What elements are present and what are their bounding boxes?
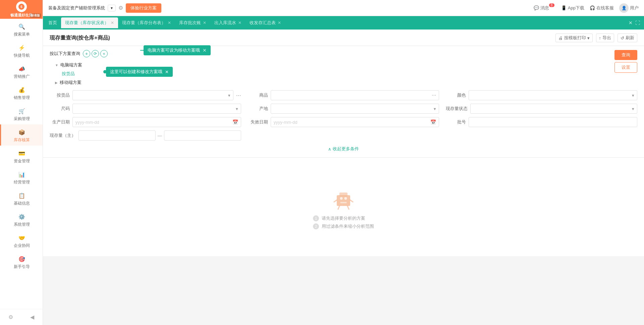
back-scheme-btn[interactable]: « bbox=[100, 50, 108, 57]
sidebar-item-purchase[interactable]: 🛒 采购管理 bbox=[0, 103, 43, 124]
batch-input[interactable] bbox=[469, 117, 637, 127]
export-label: 导出 bbox=[602, 35, 611, 41]
phone-icon: 📱 bbox=[561, 5, 567, 10]
sidebar-item-inventory[interactable]: 📦 库存核算 bbox=[0, 124, 43, 146]
message-item[interactable]: 💬 消息 8 bbox=[534, 5, 556, 11]
sidebar-item-quicknav[interactable]: ⚡ 快捷导航 bbox=[0, 40, 43, 61]
filter-size: 尺码 ▾ bbox=[50, 104, 241, 114]
scheme-desktop[interactable]: ▼ 电脑端方案 bbox=[55, 61, 82, 69]
sidebar-item-search[interactable]: 🔍 搜索菜单 bbox=[0, 19, 43, 40]
sidebar: 6 畅通通好生意 标准版 🔍 搜索菜单 ⚡ 快捷导航 📣 营销推广 💰 销售管理… bbox=[0, 0, 43, 325]
exp-date-input[interactable]: yyyy-mm-dd 📅 bbox=[271, 117, 439, 127]
stock-range-dash: — bbox=[158, 133, 162, 138]
sidebar-nav: 🔍 搜索菜单 ⚡ 快捷导航 📣 营销推广 💰 销售管理 🛒 采购管理 📦 库存核… bbox=[0, 19, 43, 309]
export-btn[interactable]: ↑ 导出 bbox=[596, 34, 614, 42]
search-btn[interactable]: 查询 bbox=[614, 50, 637, 60]
tab-inventory-dist[interactable]: 现存量（库存分布表） ✕ bbox=[118, 17, 175, 28]
tab-home[interactable]: 首页 bbox=[44, 17, 61, 28]
scheme-mobile[interactable]: ▶ 移动端方案 bbox=[55, 78, 82, 87]
close-tab-inventory-status[interactable]: ✕ bbox=[111, 20, 114, 25]
tab-receive-summary[interactable]: 收发存汇总表 ✕ bbox=[246, 17, 285, 28]
tooltip1-container: 电脑方案可设为移动方案哦 ✕ bbox=[140, 49, 146, 52]
filter-label: 按以下方案查询 bbox=[50, 51, 80, 57]
tooltip2-close-btn[interactable]: ✕ bbox=[165, 69, 169, 74]
stock-main-min[interactable] bbox=[78, 130, 156, 141]
app-download-item[interactable]: 📱 App下载 bbox=[561, 5, 584, 11]
edit-scheme-btn[interactable]: ⟳ bbox=[92, 50, 99, 57]
origin-select[interactable]: ▾ bbox=[271, 104, 439, 114]
tooltip1-close-btn[interactable]: ✕ bbox=[203, 48, 207, 53]
tooltip2: 这里可以创建和修改方案哦 ✕ bbox=[106, 67, 173, 77]
sidebar-item-enterprise[interactable]: 🤝 企业协同 bbox=[0, 230, 43, 251]
filter-warehouse: 按货品 ▾ ··· bbox=[50, 90, 241, 100]
mfg-date-input[interactable]: yyyy-mm-dd 📅 bbox=[72, 117, 241, 127]
filter-area: 按以下方案查询 + ⟳ « 电脑方案可设为移动方案哦 ✕ bbox=[43, 46, 644, 158]
tab-close-all-icon[interactable]: ✕ bbox=[629, 20, 633, 25]
close-tab-inventory-batch[interactable]: ✕ bbox=[203, 20, 206, 25]
empty-illustration bbox=[330, 184, 357, 211]
refresh-btn[interactable]: ↺ 刷新 bbox=[618, 34, 637, 42]
system-selector[interactable]: ▾ bbox=[108, 5, 116, 11]
logo-text: 畅通通好生意 bbox=[10, 13, 33, 18]
print-btn[interactable]: 🖨 按模板打印 ▾ bbox=[555, 34, 593, 42]
exp-date-placeholder: yyyy-mm-dd bbox=[274, 120, 298, 125]
filter-goods: 商品 ··· bbox=[248, 90, 439, 100]
sidebar-label-guide: 新手引导 bbox=[14, 264, 30, 270]
add-scheme-btn[interactable]: + bbox=[83, 50, 90, 57]
online-service-item[interactable]: 🎧 在线客服 bbox=[590, 5, 614, 11]
svg-point-5 bbox=[344, 197, 347, 200]
collapse-label: 收起更多条件 bbox=[333, 146, 359, 152]
topbar: 装备及固定资产辅助管理系统 ▾ ⚙ 体验行业方案 💬 消息 8 📱 App下载 … bbox=[43, 0, 644, 16]
mfg-calendar-icon: 📅 bbox=[232, 119, 238, 125]
filter-label-row: 按以下方案查询 + ⟳ « 电脑方案可设为移动方案哦 ✕ bbox=[50, 50, 637, 57]
sidebar-item-basic[interactable]: 📋 基础信息 bbox=[0, 188, 43, 209]
warehouse-dots[interactable]: ··· bbox=[236, 92, 241, 99]
size-label: 尺码 bbox=[50, 106, 70, 112]
color-select[interactable]: ▾ bbox=[469, 90, 637, 100]
page-header: 现存量查询(按仓库+商品) 🖨 按模板打印 ▾ ↑ 导出 ↺ 刷新 bbox=[43, 30, 644, 46]
goods-dots[interactable]: ··· bbox=[432, 92, 436, 98]
stock-main-max[interactable] bbox=[164, 130, 241, 141]
sidebar-item-guide[interactable]: 🎯 新手引导 bbox=[0, 251, 43, 272]
close-tab-inout-flow[interactable]: ✕ bbox=[238, 20, 241, 25]
collapse-btn[interactable]: ∧ 收起更多条件 bbox=[50, 144, 637, 152]
tab-inventory-batch[interactable]: 库存批次账 ✕ bbox=[175, 17, 210, 28]
sidebar-label-system: 系统管理 bbox=[14, 222, 30, 227]
main-area: 装备及固定资产辅助管理系统 ▾ ⚙ 体验行业方案 💬 消息 8 📱 App下载 … bbox=[43, 0, 644, 325]
search-icon: 🔍 bbox=[18, 23, 25, 30]
sidebar-item-sales[interactable]: 💰 销售管理 bbox=[0, 82, 43, 103]
enterprise-icon: 🤝 bbox=[18, 234, 25, 241]
marketing-icon: 📣 bbox=[18, 65, 25, 72]
filter-row1: 按货品 ▾ ··· 商品 ··· bbox=[50, 90, 637, 100]
close-tab-receive-summary[interactable]: ✕ bbox=[278, 20, 281, 25]
inventory-icon: 📦 bbox=[18, 128, 25, 136]
svg-rect-6 bbox=[340, 202, 346, 203]
tab-inout-flow[interactable]: 出入库流水 ✕ bbox=[210, 17, 246, 28]
settings-gear-icon[interactable]: ⚙ bbox=[118, 5, 123, 11]
stock-status-select[interactable]: ▾ bbox=[470, 104, 637, 114]
tooltip2-text: 这里可以创建和修改方案哦 bbox=[110, 69, 162, 75]
size-select[interactable]: ▾ bbox=[72, 104, 241, 114]
collapse-icon[interactable]: ◀ bbox=[29, 313, 36, 322]
user-item[interactable]: 👤 用户 bbox=[619, 3, 639, 13]
action-btn[interactable]: 体验行业方案 bbox=[126, 3, 161, 13]
goods-select[interactable]: ··· bbox=[271, 90, 439, 100]
refresh-label: 刷新 bbox=[626, 35, 634, 41]
sidebar-item-finance[interactable]: 💳 资金管理 bbox=[0, 146, 43, 167]
reset-btn[interactable]: 设置 bbox=[614, 62, 637, 73]
tab-inventory-status[interactable]: 现存量（库存状况表） ✕ bbox=[61, 17, 118, 28]
inout-flow-tab-label: 出入库流水 bbox=[214, 20, 236, 26]
scheme-goods[interactable]: 按货品 bbox=[55, 69, 82, 78]
filter-origin: 产地 ▾ bbox=[248, 104, 439, 114]
close-tab-inventory-dist[interactable]: ✕ bbox=[168, 20, 171, 25]
warehouse-select[interactable]: ▾ bbox=[72, 90, 233, 100]
sidebar-item-marketing[interactable]: 📣 营销推广 bbox=[0, 61, 43, 82]
sidebar-item-system[interactable]: ⚙️ 系统管理 bbox=[0, 209, 43, 230]
content-area: 现存量查询(按仓库+商品) 🖨 按模板打印 ▾ ↑ 导出 ↺ 刷新 bbox=[43, 30, 644, 325]
settings-icon[interactable]: ⚙ bbox=[7, 313, 14, 322]
basic-icon: 📋 bbox=[18, 192, 25, 199]
svg-line-7 bbox=[334, 200, 337, 202]
operation-icon: 📊 bbox=[18, 171, 25, 178]
tab-maximize-icon[interactable]: ⛶ bbox=[635, 20, 640, 25]
sidebar-item-operation[interactable]: 📊 经营管理 bbox=[0, 167, 43, 188]
